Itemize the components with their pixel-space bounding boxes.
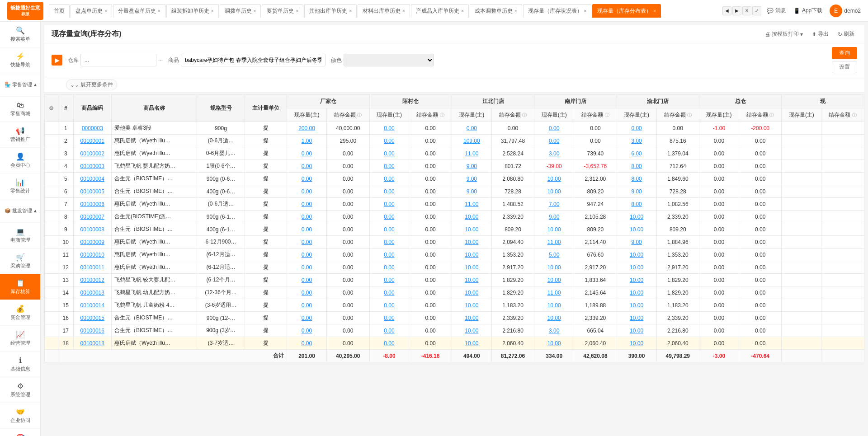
yb-amt-info-icon[interactable]: ⓘ [687, 113, 692, 117]
row-index: 4 [58, 160, 74, 173]
export-btn[interactable]: ⬆ 导出 [809, 29, 831, 39]
top-tab[interactable]: 其他出库单历史× [304, 4, 357, 18]
table-footer-row: 合计 201.00 40,295.00 -8.00 -416.16 494.00… [45, 350, 864, 362]
refresh-btn[interactable]: ↻ 刷新 [835, 29, 857, 39]
query-btn[interactable]: 查询 [832, 47, 857, 59]
sidebar-item[interactable]: 📈经营管理 [0, 326, 40, 352]
sidebar-item[interactable]: 🛍零售商城 [0, 97, 40, 122]
tab-close-icon[interactable]: × [104, 9, 107, 14]
sidebar-icon: 📢 [16, 127, 25, 135]
sidebar-item[interactable]: 💻电商管理 [0, 223, 40, 248]
mc-amt-info-icon[interactable]: ⓘ [440, 113, 444, 117]
row-na-qty: 10.00 [534, 312, 574, 324]
sidebar-item[interactable]: 🤝企业协同 [0, 403, 40, 429]
sidebar-item[interactable]: ⚡快捷导航 [0, 47, 40, 73]
sidebar-item[interactable]: 💰资金管理 [0, 300, 40, 326]
top-tab[interactable]: 现存量（库存分布表）× [592, 4, 661, 18]
top-tab[interactable]: 产成品入库单历史× [411, 4, 469, 18]
color-select[interactable] [344, 54, 434, 66]
row-code: 00100013 [73, 286, 111, 299]
row-mc-qty: 0.00 [369, 173, 409, 185]
top-tab[interactable]: 盘点单历史× [71, 4, 112, 18]
tab-close-icon[interactable]: × [296, 9, 298, 14]
tab-close-icon[interactable]: × [584, 9, 587, 14]
sidebar-item[interactable]: 🎯新手引导 [0, 429, 40, 436]
row-na-amt: 676.60 [574, 248, 617, 261]
nav-expand-btn[interactable]: ⤢ [752, 6, 761, 15]
row-cur-qty [782, 198, 821, 211]
row-check [45, 198, 58, 211]
yb-amt-header: 结存金额 ⓘ [656, 108, 699, 122]
top-tab[interactable]: 材料出库单历史× [358, 4, 410, 18]
top-tab[interactable]: 成本调整单历史× [470, 4, 522, 18]
top-tab[interactable]: 组装拆卸单历史× [166, 4, 219, 18]
app-download-btn[interactable]: 📱 App下载 [793, 7, 822, 14]
nav-next-btn[interactable]: ▶ [732, 6, 741, 15]
tab-close-icon[interactable]: × [461, 9, 464, 14]
tab-close-icon[interactable]: × [254, 9, 256, 14]
top-tab[interactable]: 调拨单历史× [220, 4, 261, 18]
jb-amt-info-icon[interactable]: ⓘ [522, 113, 527, 117]
row-jb-amt: 2,216.80 [491, 324, 534, 337]
table-row: 6 00100005 合生元（BIOSTIME）… 400g (0-6… 提 0… [45, 185, 864, 198]
row-mc-qty: 0.00 [369, 299, 409, 312]
filter-expand-btn[interactable]: ▶ [52, 55, 62, 66]
tab-close-icon[interactable]: × [211, 9, 214, 14]
col-settings-icon[interactable]: ⚙ [49, 105, 54, 112]
tab-close-icon[interactable]: × [158, 9, 160, 14]
sidebar-item[interactable]: 🛒采购管理 [0, 248, 40, 274]
sidebar-item[interactable]: 🔍搜索英单 [0, 22, 40, 47]
settings-btn[interactable]: 设置 [832, 61, 857, 73]
message-btn[interactable]: 💬 消息 [767, 7, 786, 14]
row-check [45, 248, 58, 261]
refresh-icon: ↻ [838, 31, 842, 38]
table-row: 1 0000003 爱他美 卓睿3段 900g 提 200.00 40,000.… [45, 122, 864, 135]
sidebar-item[interactable]: 📋库存核算 [0, 274, 40, 300]
user-menu[interactable]: E demo2 [830, 5, 861, 17]
nav-close-btn[interactable]: ✕ [742, 6, 751, 15]
na-amt-info-icon[interactable]: ⓘ [605, 113, 609, 117]
row-fj-qty: 0.00 [287, 324, 327, 337]
top-tab[interactable]: 现存量（库存状况表）× [523, 4, 592, 18]
row-spec: 6-12月900… [197, 236, 245, 248]
row-name: 惠氏启赋（Wyeth illu… [112, 248, 197, 261]
row-yb-amt: 0.00 [656, 122, 699, 135]
tab-close-icon[interactable]: × [349, 9, 352, 14]
sidebar-label: 系统管理 [10, 391, 30, 398]
row-cur-amt [821, 274, 864, 286]
row-code: 00100015 [73, 312, 111, 324]
row-na-qty: 10.00 [534, 185, 574, 198]
fj-amt-info-icon[interactable]: ⓘ [357, 113, 362, 117]
print-btn[interactable]: 🖨 按模板打印 ▾ [762, 29, 806, 39]
warehouse-fj-header: 厂家仓 [287, 95, 369, 108]
tab-close-icon[interactable]: × [653, 9, 656, 14]
sidebar-item[interactable]: 📢营销推广 [0, 122, 40, 148]
tab-close-icon[interactable]: × [514, 9, 517, 14]
row-tot-amt: 0.00 [739, 147, 782, 160]
sidebar-item[interactable]: ℹ基础信息 [0, 352, 40, 377]
expand-more-btn[interactable]: ⌄⌄ 展开更多条件 [66, 79, 117, 90]
top-tab[interactable]: 分量盘点单历史× [113, 4, 165, 18]
tab-close-icon[interactable]: × [402, 9, 405, 14]
warehouse-input[interactable] [80, 54, 156, 66]
top-tab[interactable]: 首页 [49, 4, 70, 18]
row-index: 9 [58, 223, 74, 236]
cur-amt-info-icon[interactable]: ⓘ [852, 113, 857, 117]
sidebar-item[interactable]: 👤会员中心 [0, 148, 40, 173]
row-na-amt: 2,114.40 [574, 236, 617, 248]
row-check [45, 185, 58, 198]
sidebar-item[interactable]: 🏪零售管理▲ [0, 73, 40, 97]
table-row: 12 00100011 惠氏启赋（Wyeth illu… (6-12月适… 提 … [45, 261, 864, 274]
row-tot-qty: 0.00 [699, 211, 739, 223]
sidebar-item[interactable]: ⚙系统管理 [0, 377, 40, 403]
tot-amt-info-icon[interactable]: ⓘ [769, 113, 774, 117]
row-jb-qty: 10.00 [452, 312, 491, 324]
sidebar-item[interactable]: 📦批发管理▲ [0, 199, 40, 223]
nav-prev-btn[interactable]: ◀ [722, 6, 731, 15]
row-na-amt: 947.24 [574, 198, 617, 211]
top-tab[interactable]: 要货单历史× [262, 4, 303, 18]
warehouse-dots[interactable]: ··· [158, 57, 163, 63]
goods-input[interactable] [181, 54, 326, 66]
row-unit: 提 [245, 299, 287, 312]
sidebar-item[interactable]: 📊零售统计 [0, 173, 40, 199]
